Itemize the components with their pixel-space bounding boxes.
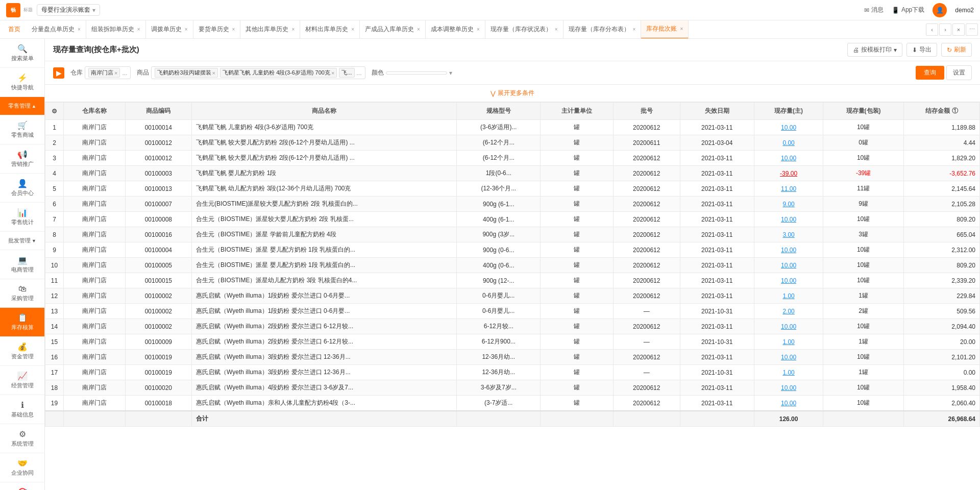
cell-num: 14 <box>45 319 64 334</box>
cell-qty-main[interactable]: 1.00 <box>754 334 823 350</box>
tab-diaobodanji[interactable]: 调拨单历史 × <box>146 20 193 39</box>
tab-home[interactable]: 首页 <box>2 20 27 39</box>
tab-kucun-pici[interactable]: 库存批次账 × <box>641 20 689 39</box>
total-label: 合计 <box>192 411 457 427</box>
warehouse-filter-group: 仓库 南岸门店 × ... <box>70 66 131 79</box>
cell-qty-main[interactable]: 10.00 <box>754 380 823 396</box>
tab-close-icon[interactable]: × <box>477 27 480 32</box>
warehouse-tag-remove[interactable]: × <box>114 70 117 76</box>
cell-qty-pkg: 10罐 <box>823 258 904 273</box>
tab-more[interactable]: ⋯ <box>966 23 978 36</box>
tab-xiancunliang-fenbu[interactable]: 现存量（库存分布表） × <box>564 20 642 39</box>
sidebar-item-retail-mall[interactable]: 🛒 零售商城 <box>0 115 44 144</box>
tab-xiancunliang-kuanchuang[interactable]: 现存量（库存状况表） × <box>485 20 564 39</box>
cell-qty-main[interactable]: 10.00 <box>754 273 823 288</box>
quicknav-icon: ⚡ <box>2 73 42 83</box>
tab-label: 要货单历史 <box>199 25 229 34</box>
user-avatar[interactable]: 👤 <box>933 3 947 17</box>
tab-close-icon[interactable]: × <box>78 27 81 32</box>
cell-qty-main[interactable]: 10.00 <box>754 396 823 411</box>
cell-qty-main[interactable]: 9.00 <box>754 197 823 212</box>
sidebar-item-collab[interactable]: 🤝 企业协同 <box>0 453 44 482</box>
tab-close-icon[interactable]: × <box>555 27 558 32</box>
sidebar-item-inventory[interactable]: 📋 库存核算 <box>0 308 44 337</box>
cell-name: 飞鹤星飞帆 较大婴儿配方奶粉 2段(6-12个月婴幼儿适用) ... <box>192 151 457 166</box>
refresh-button[interactable]: ↻ 刷新 <box>941 43 972 57</box>
tab-fenliangpandian[interactable]: 分量盘点单历史 × <box>27 20 86 39</box>
tab-close-all[interactable]: × <box>952 23 965 36</box>
expand-conditions-button[interactable]: ⋁ 展开更多条件 <box>486 87 538 100</box>
product-tag-2-remove[interactable]: × <box>331 70 334 76</box>
cell-qty-main[interactable]: 10.00 <box>754 120 823 135</box>
export-button[interactable]: ⬇ 导出 <box>906 43 937 57</box>
cell-qty-main[interactable]: 1.00 <box>754 288 823 304</box>
cell-qty-main[interactable]: 3.00 <box>754 227 823 242</box>
tab-cailiaochuku[interactable]: 材料出库单历史 × <box>300 20 360 39</box>
tab-close-icon[interactable]: × <box>680 26 683 32</box>
product-filter-ellipsis[interactable]: ... <box>357 69 362 77</box>
org-selector[interactable]: 母婴行业演示账套 ▾ <box>37 4 100 16</box>
tab-chanpinruku[interactable]: 产成品入库单历史 × <box>360 20 426 39</box>
sidebar-item-system[interactable]: ⚙ 系统管理 <box>0 424 44 453</box>
cell-qty-main[interactable]: 10.00 <box>754 212 823 227</box>
sidebar-item-retail-mgmt[interactable]: 零售管理 ▲ <box>0 97 44 115</box>
color-filter-group: 颜色 ▾ <box>372 68 452 77</box>
tab-close-icon[interactable]: × <box>185 27 188 32</box>
sidebar-item-quicknav[interactable]: ⚡ 快捷导航 <box>0 68 44 97</box>
tab-scroll-left[interactable]: ‹ <box>926 23 938 36</box>
sidebar-item-operation[interactable]: 📈 经营管理 <box>0 366 44 395</box>
query-button[interactable]: 查询 <box>916 66 944 80</box>
warehouse-filter-input[interactable]: 南岸门店 × ... <box>85 66 131 79</box>
cell-code: 00100013 <box>125 181 192 197</box>
messages-button[interactable]: ✉ 消息 <box>864 6 884 14</box>
app-download-button[interactable]: 📱 App下载 <box>892 6 924 14</box>
product-tag-1-remove[interactable]: × <box>212 70 215 76</box>
cell-qty-main[interactable]: 10.00 <box>754 319 823 334</box>
table-row: 8 南岸门店 00100016 合生元（BIOSTIME）派星 学龄前儿童配方奶… <box>45 227 980 242</box>
sidebar-item-purchase[interactable]: 🛍 采购管理 <box>0 279 44 308</box>
settings-button[interactable]: 设置 <box>946 65 972 80</box>
cell-qty-main[interactable]: 10.00 <box>754 151 823 166</box>
tab-close-icon[interactable]: × <box>351 27 354 32</box>
tab-scroll-right[interactable]: › <box>939 23 951 36</box>
cell-num: 9 <box>45 242 64 258</box>
th-settings[interactable]: ⚙ <box>45 103 64 120</box>
total-empty-5 <box>541 411 614 427</box>
sidebar-item-wholesale[interactable]: 批发管理 ▼ <box>0 232 44 250</box>
template-print-button[interactable]: 🖨 按模板打印 ▾ <box>847 43 902 57</box>
sidebar-item-basic-info[interactable]: ℹ 基础信息 <box>0 395 44 424</box>
sidebar-item-finance[interactable]: 💰 资金管理 <box>0 337 44 366</box>
cell-name: 合生元(BIOSTIME)派星较大婴儿配方奶粉 2段 乳核蛋白的... <box>192 197 457 212</box>
cell-unit: 罐 <box>541 181 614 197</box>
sidebar-item-guide[interactable]: 🎯 新手引导 <box>0 482 44 490</box>
tab-close-icon[interactable]: × <box>137 27 140 32</box>
tab-close-icon[interactable]: × <box>232 27 235 32</box>
color-filter-input[interactable] <box>386 71 447 75</box>
sidebar-item-ecommerce[interactable]: 💻 电商管理 <box>0 250 44 279</box>
product-filter-input[interactable]: 飞鹤奶粉3段丙罐摆装 × 飞鹤星飞帆 儿童奶粉 4段(3-6岁适用) 700克 … <box>151 66 365 79</box>
tab-close-icon[interactable]: × <box>291 27 295 32</box>
tab-chenbendiaozheng[interactable]: 成本调整单历史 × <box>426 20 485 39</box>
settings-gear-icon[interactable]: ⚙ <box>52 108 57 115</box>
cell-qty-main[interactable]: 0.00 <box>754 135 823 151</box>
tab-close-icon[interactable]: × <box>633 27 636 32</box>
tab-yaohuo[interactable]: 要货单历史 × <box>193 20 241 39</box>
tab-close-icon[interactable]: × <box>417 27 420 32</box>
cell-qty-main[interactable]: 11.00 <box>754 181 823 197</box>
cell-qty-main[interactable]: 2.00 <box>754 304 823 319</box>
sidebar-item-retail-stats[interactable]: 📊 零售统计 <box>0 203 44 232</box>
cell-qty-main[interactable]: 10.00 <box>754 350 823 365</box>
cell-expire: 2021-03-11 <box>680 380 754 396</box>
sidebar-item-marketing[interactable]: 📢 营销推广 <box>0 144 44 174</box>
tab-qitachuku[interactable]: 其他出库单历史 × <box>240 20 300 39</box>
cell-qty-main[interactable]: 10.00 <box>754 242 823 258</box>
cell-qty-main[interactable]: 10.00 <box>754 258 823 273</box>
sidebar-item-member[interactable]: 👤 会员中心 <box>0 174 44 203</box>
sidebar-item-search[interactable]: 🔍 搜索菜单 <box>0 39 44 68</box>
cell-qty-main[interactable]: 1.00 <box>754 365 823 380</box>
tab-zuzhangchaijian[interactable]: 组装拆卸单历史 × <box>86 20 146 39</box>
filter-toggle-button[interactable]: ▶ <box>53 67 64 79</box>
sidebar-mall-label: 零售商城 <box>2 131 42 139</box>
warehouse-filter-ellipsis[interactable]: ... <box>122 69 127 77</box>
table-row: 2 南岸门店 00100012 飞鹤星飞帆 较大婴儿配方奶粉 2段(6-12个月… <box>45 135 980 151</box>
